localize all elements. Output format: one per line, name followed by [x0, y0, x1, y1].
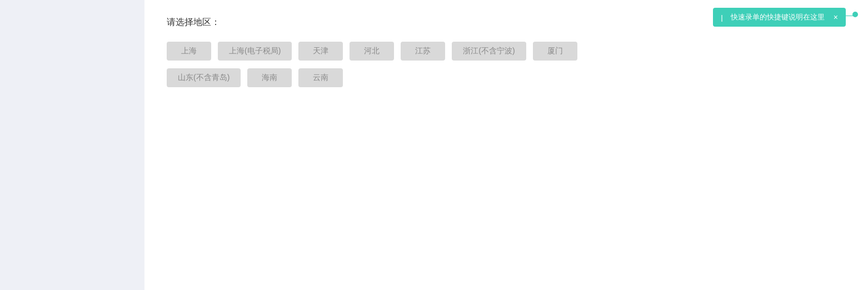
- tooltip-text: 快速录单的快捷键说明在这里: [731, 12, 825, 22]
- region-button[interactable]: 上海(电子税局): [218, 42, 292, 61]
- region-button[interactable]: 厦门: [533, 42, 577, 61]
- region-button[interactable]: 上海: [167, 42, 211, 61]
- region-button[interactable]: 山东(不含青岛): [167, 68, 241, 87]
- region-button[interactable]: 浙江(不含宁波): [452, 42, 526, 61]
- main-content: 请选择地区： 上海上海(电子税局)天津河北江苏浙江(不含宁波)厦门 山东(不含青…: [144, 0, 868, 290]
- tooltip-close-button[interactable]: ×: [834, 13, 838, 22]
- region-button[interactable]: 河北: [350, 42, 394, 61]
- region-button[interactable]: 云南: [298, 68, 343, 87]
- region-row-1: 上海上海(电子税局)天津河北江苏浙江(不含宁波)厦门: [167, 42, 846, 61]
- tooltip-dot: [852, 12, 858, 17]
- region-button[interactable]: 海南: [247, 68, 292, 87]
- tooltip-banner: 快速录单的快捷键说明在这里 ×: [713, 8, 846, 27]
- region-button[interactable]: 江苏: [401, 42, 445, 61]
- region-button[interactable]: 天津: [298, 42, 343, 61]
- sidebar: [0, 0, 144, 290]
- region-row-2: 山东(不含青岛)海南云南: [167, 68, 846, 87]
